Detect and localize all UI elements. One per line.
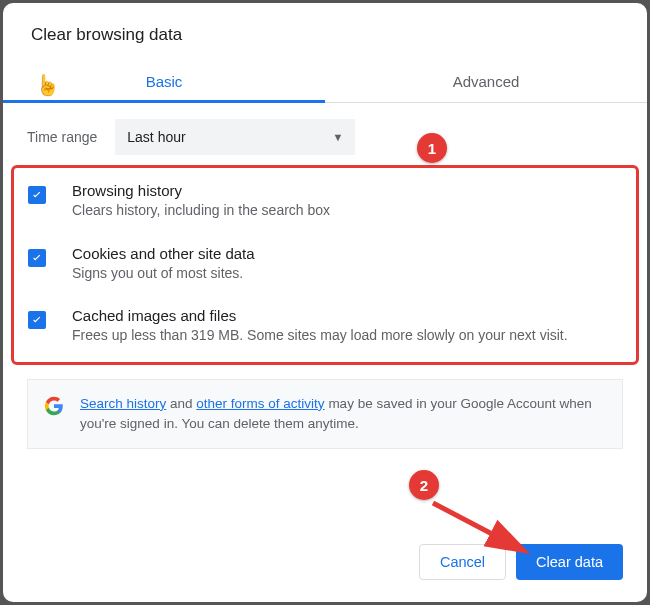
checkbox-browsing-history[interactable] bbox=[28, 186, 46, 204]
tab-advanced[interactable]: Advanced bbox=[325, 59, 647, 102]
info-text: Search history and other forms of activi… bbox=[80, 394, 606, 435]
svg-line-0 bbox=[433, 503, 517, 547]
other-activity-link[interactable]: other forms of activity bbox=[196, 396, 324, 411]
time-range-row: Time range Last hour ▼ bbox=[27, 119, 623, 155]
annotation-badge-1: 1 bbox=[417, 133, 447, 163]
clear-browsing-data-dialog: Clear browsing data ☝ Basic Advanced Tim… bbox=[3, 3, 647, 602]
item-title: Cached images and files bbox=[72, 307, 568, 324]
check-text: Cached images and files Frees up less th… bbox=[72, 307, 568, 346]
time-range-label: Time range bbox=[27, 129, 97, 145]
time-range-value: Last hour bbox=[127, 129, 185, 145]
item-desc: Clears history, including in the search … bbox=[72, 201, 330, 221]
google-account-info: Search history and other forms of activi… bbox=[27, 379, 623, 450]
dialog-title: Clear browsing data bbox=[3, 3, 647, 51]
item-title: Cookies and other site data bbox=[72, 245, 255, 262]
time-range-dropdown[interactable]: Last hour ▼ bbox=[115, 119, 355, 155]
google-logo-icon bbox=[44, 396, 64, 416]
check-item-cache: Cached images and files Frees up less th… bbox=[28, 307, 622, 346]
check-item-cookies: Cookies and other site data Signs you ou… bbox=[28, 245, 622, 284]
checkbox-cookies[interactable] bbox=[28, 249, 46, 267]
tabs: Basic Advanced bbox=[3, 59, 647, 103]
tab-basic[interactable]: Basic bbox=[3, 59, 325, 102]
annotation-arrow-icon bbox=[425, 499, 535, 559]
annotation-badge-2: 2 bbox=[409, 470, 439, 500]
checkbox-group-highlight: Browsing history Clears history, includi… bbox=[11, 165, 639, 365]
check-text: Cookies and other site data Signs you ou… bbox=[72, 245, 255, 284]
chevron-down-icon: ▼ bbox=[332, 131, 343, 143]
check-text: Browsing history Clears history, includi… bbox=[72, 182, 330, 221]
item-title: Browsing history bbox=[72, 182, 330, 199]
checkbox-cache[interactable] bbox=[28, 311, 46, 329]
item-desc: Frees up less than 319 MB. Some sites ma… bbox=[72, 326, 568, 346]
controls: Time range Last hour ▼ bbox=[3, 103, 647, 155]
item-desc: Signs you out of most sites. bbox=[72, 264, 255, 284]
check-item-browsing-history: Browsing history Clears history, includi… bbox=[28, 182, 622, 221]
search-history-link[interactable]: Search history bbox=[80, 396, 166, 411]
